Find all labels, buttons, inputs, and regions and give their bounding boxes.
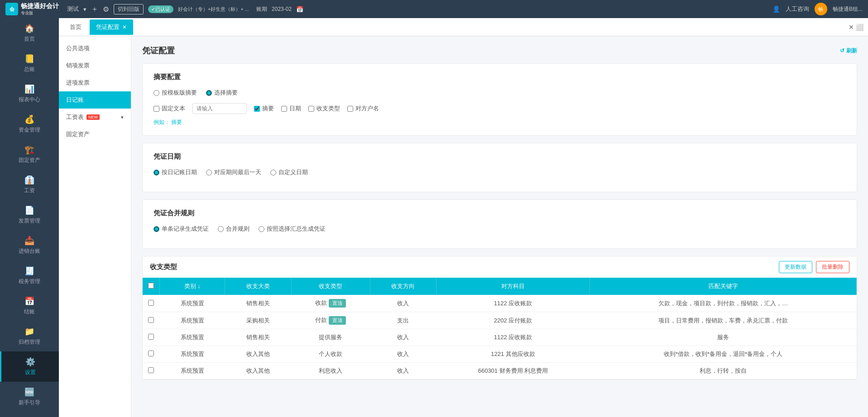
left-nav-fixed-assets[interactable]: 固定资产	[59, 126, 131, 143]
update-data-button[interactable]: 更新数据	[779, 261, 812, 273]
radio-custom-date[interactable]: 自定义日期	[270, 168, 308, 176]
type-section-title: 收支类型	[150, 263, 177, 271]
sidebar-item-close[interactable]: 📅 结账	[0, 291, 59, 321]
col-checkbox	[143, 278, 160, 295]
dropdown-icon[interactable]: ▾	[83, 6, 86, 13]
user-name: 畅捷通B组...	[833, 5, 863, 13]
row1-major: 销售相关	[225, 295, 291, 312]
radio-single-input[interactable]	[153, 226, 159, 232]
sidebar-item-guide[interactable]: 🆕 新手引导	[0, 382, 59, 412]
row4-checkbox-cell	[143, 346, 160, 363]
left-nav-public[interactable]: 公共选项	[59, 40, 131, 57]
tab-home[interactable]: 首页	[63, 19, 88, 35]
radio-last-day[interactable]: 对应期间最后一天	[206, 168, 261, 176]
row1-reset-button[interactable]: 置顶	[329, 299, 346, 308]
sidebar-item-ledger[interactable]: 📒 总账	[0, 48, 59, 79]
radio-single[interactable]: 单条记录生成凭证	[153, 225, 209, 233]
radio-summary-gen-input[interactable]	[259, 226, 264, 232]
row4-checkbox[interactable]	[148, 351, 154, 356]
sidebar-label-archive: 归档管理	[19, 338, 40, 346]
settings-gear-button[interactable]: ⚙	[103, 5, 109, 14]
left-nav-purchase-invoice[interactable]: 进项发票	[59, 74, 131, 91]
radio-journal-date-label: 按日记账日期	[162, 168, 197, 176]
radio-template[interactable]: 按模板版摘要	[153, 89, 197, 97]
left-nav-sales-invoice[interactable]: 销项发票	[59, 57, 131, 74]
home-icon: 🏠	[24, 24, 34, 33]
row2-direction: 支出	[370, 312, 436, 329]
row2-type-label: 付款	[315, 317, 327, 323]
sidebar-label-purchases: 进销台账	[19, 247, 40, 255]
checkbox-fixed-text-input[interactable]	[153, 106, 159, 112]
checkbox-date-input[interactable]	[281, 106, 287, 112]
sidebar-item-tax[interactable]: 🧾 税务管理	[0, 261, 59, 291]
radio-select-input[interactable]	[206, 90, 212, 96]
checkbox-fixed-text[interactable]: 固定文本	[153, 104, 185, 113]
radio-journal-date-input[interactable]	[153, 170, 159, 175]
radio-merge-input[interactable]	[218, 226, 224, 232]
left-nav-journal[interactable]: 日记账	[59, 91, 131, 109]
row3-checkbox[interactable]	[148, 334, 154, 340]
checkbox-summary-input[interactable]	[254, 106, 260, 112]
help-text[interactable]: 人工咨询	[786, 5, 809, 13]
calendar-icon[interactable]: 📅	[296, 6, 303, 13]
window-maximize-button[interactable]: ⬜	[856, 24, 863, 31]
row1-checkbox[interactable]	[148, 300, 154, 306]
sidebar-item-archive[interactable]: 📁 归档管理	[0, 321, 59, 351]
radio-custom-date-label: 自定义日期	[278, 168, 308, 176]
settings-panel: 凭证配置 ↺ 刷新 摘要配置 按模板版摘要	[131, 36, 868, 417]
checkbox-counterparty-input[interactable]	[347, 106, 353, 112]
sidebar-item-invoices[interactable]: 📄 发票管理	[0, 200, 59, 230]
refresh-button[interactable]: ↺ 刷新	[840, 47, 857, 55]
sidebar-item-settings[interactable]: ⚙️ 设置	[0, 351, 59, 382]
radio-journal-date[interactable]: 按日记账日期	[153, 168, 197, 176]
sidebar-item-vip[interactable]: 👑 畅会员	[0, 412, 59, 417]
radio-merge-label: 合并规则	[226, 225, 249, 233]
radio-template-input[interactable]	[153, 90, 159, 96]
checkbox-type-input[interactable]	[308, 106, 314, 112]
table-row: 系统预置 收入其他 个人收款 收入 1221 其他应收款 收到*借款，收到*备用…	[143, 346, 857, 363]
radio-select[interactable]: 选择摘要	[206, 89, 238, 97]
radio-custom-date-input[interactable]	[270, 170, 276, 175]
radio-summary-gen[interactable]: 按照选择汇总生成凭证	[259, 225, 326, 233]
sidebar-item-purchases[interactable]: 📥 进销台账	[0, 230, 59, 261]
tax-icon: 🧾	[24, 266, 34, 276]
tab-voucher-config[interactable]: 凭证配置 ✕	[90, 19, 133, 35]
row5-keywords: 利息，行转，按自	[590, 363, 857, 379]
sidebar-item-salary[interactable]: 👔 工资	[0, 170, 59, 200]
left-nav-payroll[interactable]: 工资表 NEW ▾	[59, 109, 131, 126]
table-row: 系统预置 销售相关 收款 置顶 收入 1122 应收账款 欠款，现金，项目款，到…	[143, 295, 857, 312]
help-icon: 👤	[772, 5, 780, 13]
sidebar: 🏠 首页 📒 总账 📊 报表中心 💰 资金管理 🏗️ 固定资产 👔 工资 📄 发…	[0, 18, 59, 417]
row1-category: 系统预置	[160, 295, 225, 312]
row5-checkbox[interactable]	[148, 367, 154, 373]
checkbox-date[interactable]: 日期	[281, 104, 301, 113]
sidebar-item-finance[interactable]: 💰 资金管理	[0, 109, 59, 139]
switch-version-button[interactable]: 切到旧版	[114, 4, 144, 14]
select-all-checkbox[interactable]	[148, 283, 154, 289]
checkbox-type[interactable]: 收支类型	[308, 104, 340, 113]
checkbox-summary[interactable]: 摘要	[254, 104, 274, 113]
checkbox-counterparty[interactable]: 对方户名	[347, 104, 379, 113]
row2-subject: 2202 应付账款	[436, 312, 590, 329]
sidebar-item-reports[interactable]: 📊 报表中心	[0, 79, 59, 109]
add-button[interactable]: ＋	[91, 5, 98, 14]
left-nav-payroll-label: 工资表	[66, 113, 84, 121]
sidebar-label-assets: 固定资产	[19, 156, 40, 164]
logo: 会 畅捷通好会计 专业版	[5, 2, 59, 16]
table-row: 系统预置 收入其他 利息收入 收入 660301 财务费用 利息费用 利息，行转…	[143, 363, 857, 379]
row2-reset-button[interactable]: 置顶	[329, 316, 346, 325]
window-close-button[interactable]: ✕	[849, 24, 854, 31]
fixed-text-input[interactable]	[192, 103, 247, 114]
row5-checkbox-cell	[143, 363, 160, 379]
radio-last-day-label: 对应期间最后一天	[214, 168, 261, 176]
radio-merge[interactable]: 合并规则	[218, 225, 249, 233]
page-content: 公共选项 销项发票 进项发票 日记账 工资表 NEW ▾ 固定资产	[59, 36, 868, 417]
tab-close-icon[interactable]: ✕	[122, 24, 127, 30]
sidebar-item-assets[interactable]: 🏗️ 固定资产	[0, 139, 59, 170]
radio-last-day-input[interactable]	[206, 170, 212, 175]
row3-direction: 收入	[370, 329, 436, 346]
row2-checkbox[interactable]	[148, 317, 154, 323]
sidebar-item-home[interactable]: 🏠 首页	[0, 18, 59, 48]
batch-delete-button[interactable]: 批量删除	[816, 261, 849, 273]
table-header-row: 收支类型 更新数据 批量删除	[143, 256, 857, 278]
